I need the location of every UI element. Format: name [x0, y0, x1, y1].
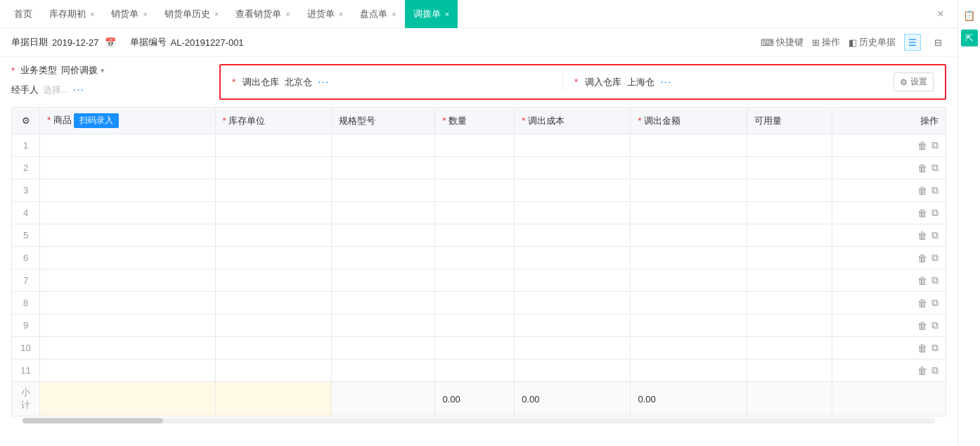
spec-cell[interactable] [331, 157, 435, 179]
delete-icon[interactable]: 🗑 [917, 208, 927, 219]
layout-grid-button[interactable]: ⊟ [929, 34, 946, 51]
cost-cell[interactable] [515, 179, 631, 202]
unit-cell[interactable] [215, 134, 331, 157]
spec-cell[interactable] [331, 224, 435, 247]
qty-cell[interactable] [435, 224, 515, 247]
available-cell[interactable] [747, 269, 832, 292]
product-cell[interactable] [40, 179, 216, 202]
qty-cell[interactable] [435, 179, 515, 202]
unit-cell[interactable] [215, 202, 331, 224]
delete-icon[interactable]: 🗑 [917, 163, 927, 174]
unit-cell[interactable] [215, 157, 331, 179]
delete-icon[interactable]: 🗑 [917, 343, 927, 354]
copy-icon[interactable]: ⧉ [931, 252, 939, 264]
delete-icon[interactable]: 🗑 [917, 320, 927, 331]
calendar-icon[interactable]: 📅 [105, 37, 116, 48]
available-cell[interactable] [747, 157, 832, 179]
tab-purchase[interactable]: 进货单 × [299, 0, 352, 28]
copy-icon[interactable]: ⧉ [931, 342, 939, 354]
spec-cell[interactable] [331, 202, 435, 224]
spec-cell[interactable] [331, 314, 435, 337]
tab-bar-close-button[interactable]: × [929, 0, 952, 28]
unit-cell[interactable] [215, 224, 331, 247]
delete-icon[interactable]: 🗑 [917, 298, 927, 309]
settings-button[interactable]: ⚙ 设置 [894, 72, 934, 91]
source-warehouse-more-button[interactable]: ··· [318, 76, 329, 89]
copy-icon[interactable]: ⧉ [931, 319, 939, 331]
tab-home[interactable]: 首页 [6, 0, 41, 28]
note-sidebar-icon[interactable]: 📋 [961, 7, 978, 24]
unit-cell[interactable] [215, 337, 331, 359]
spec-cell[interactable] [331, 269, 435, 292]
copy-icon[interactable]: ⧉ [931, 297, 939, 309]
qty-cell[interactable] [435, 359, 515, 382]
product-cell[interactable] [40, 202, 216, 224]
available-cell[interactable] [747, 134, 832, 157]
copy-icon[interactable]: ⧉ [931, 364, 939, 376]
tab-inventory-init[interactable]: 库存期初 × [41, 0, 103, 28]
copy-icon[interactable]: ⧉ [931, 162, 939, 174]
copy-icon[interactable]: ⧉ [931, 229, 939, 241]
product-cell[interactable] [40, 337, 216, 359]
available-cell[interactable] [747, 337, 832, 359]
copy-icon[interactable]: ⧉ [931, 139, 939, 151]
person-more-button[interactable]: ··· [73, 84, 84, 96]
qty-cell[interactable] [435, 247, 515, 269]
close-icon[interactable]: × [214, 10, 219, 18]
layout-list-button[interactable]: ☰ [904, 34, 921, 51]
target-warehouse-value[interactable]: 上海仓 [627, 76, 655, 89]
close-icon[interactable]: × [445, 10, 449, 18]
qty-cell[interactable] [435, 292, 515, 314]
product-cell[interactable] [40, 359, 216, 382]
expand-sidebar-icon[interactable]: ⇱ [961, 30, 978, 46]
unit-cell[interactable] [215, 179, 331, 202]
close-icon[interactable]: × [90, 10, 94, 18]
close-icon[interactable]: × [143, 10, 147, 18]
product-cell[interactable] [40, 292, 216, 314]
qty-cell[interactable] [435, 157, 515, 179]
cost-cell[interactable] [515, 314, 631, 337]
product-cell[interactable] [40, 224, 216, 247]
delete-icon[interactable]: 🗑 [917, 140, 927, 151]
available-cell[interactable] [747, 247, 832, 269]
available-cell[interactable] [747, 359, 832, 382]
product-cell[interactable] [40, 314, 216, 337]
amount-cell[interactable] [631, 134, 747, 157]
tab-view-sales[interactable]: 查看销货单 × [227, 0, 298, 28]
date-value[interactable]: 2019-12-27 [52, 37, 99, 48]
close-icon[interactable]: × [392, 10, 396, 18]
cost-cell[interactable] [515, 269, 631, 292]
unit-cell[interactable] [215, 359, 331, 382]
close-icon[interactable]: × [339, 10, 343, 18]
available-cell[interactable] [747, 179, 832, 202]
available-cell[interactable] [747, 314, 832, 337]
qty-cell[interactable] [435, 269, 515, 292]
qty-cell[interactable] [435, 134, 515, 157]
available-cell[interactable] [747, 292, 832, 314]
close-icon[interactable]: × [285, 10, 290, 18]
product-cell[interactable] [40, 134, 216, 157]
target-warehouse-more-button[interactable]: ··· [660, 76, 671, 89]
cost-cell[interactable] [515, 292, 631, 314]
amount-cell[interactable] [631, 359, 747, 382]
cost-cell[interactable] [515, 337, 631, 359]
amount-cell[interactable] [631, 202, 747, 224]
delete-icon[interactable]: 🗑 [917, 365, 927, 376]
scan-button[interactable]: 扫码录入 [74, 113, 119, 128]
cost-cell[interactable] [515, 157, 631, 179]
cost-cell[interactable] [515, 224, 631, 247]
cost-cell[interactable] [515, 247, 631, 269]
copy-icon[interactable]: ⧉ [931, 184, 939, 196]
available-cell[interactable] [747, 224, 832, 247]
unit-cell[interactable] [215, 292, 331, 314]
horizontal-scrollbar[interactable] [22, 418, 935, 423]
delete-icon[interactable]: 🗑 [917, 230, 927, 241]
tab-sales-history[interactable]: 销货单历史 × [156, 0, 227, 28]
cost-cell[interactable] [515, 359, 631, 382]
delete-icon[interactable]: 🗑 [917, 275, 927, 286]
copy-icon[interactable]: ⧉ [931, 274, 939, 286]
copy-icon[interactable]: ⧉ [931, 207, 939, 219]
amount-cell[interactable] [631, 247, 747, 269]
unit-cell[interactable] [215, 269, 331, 292]
operations-button[interactable]: ⊞ 操作 [812, 36, 840, 49]
